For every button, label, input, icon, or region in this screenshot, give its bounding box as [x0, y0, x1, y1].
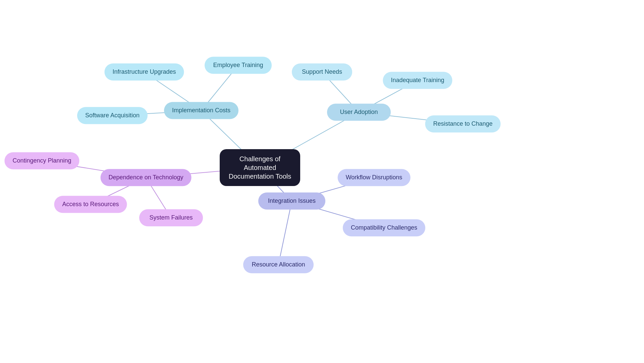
dependence-on-technology-label: Dependence on Technology: [101, 169, 192, 186]
system-failures-label: System Failures: [141, 209, 201, 226]
support-needs-label: Support Needs: [294, 63, 350, 80]
contingency-planning-node[interactable]: Contingency Planning: [4, 152, 79, 169]
access-to-resources-label: Access to Resources: [54, 196, 127, 213]
user-adoption-label: User Adoption: [332, 104, 386, 121]
implementation-costs-node[interactable]: Implementation Costs: [164, 102, 238, 119]
workflow-disruptions-label: Workflow Disruptions: [338, 169, 411, 186]
integration-issues-label: Integration Issues: [260, 192, 324, 209]
resistance-to-change-node[interactable]: Resistance to Change: [425, 115, 500, 132]
compatibility-challenges-node[interactable]: Compatibility Challenges: [343, 219, 425, 236]
compatibility-challenges-label: Compatibility Challenges: [343, 219, 425, 236]
system-failures-node[interactable]: System Failures: [139, 209, 203, 226]
dependence-on-technology-node[interactable]: Dependence on Technology: [101, 169, 192, 186]
inadequate-training-label: Inadequate Training: [383, 72, 452, 89]
implementation-costs-label: Implementation Costs: [164, 102, 238, 119]
contingency-planning-label: Contingency Planning: [4, 152, 79, 169]
center-node[interactable]: Challenges of Automated Documentation To…: [220, 149, 300, 186]
infrastructure-upgrades-label: Infrastructure Upgrades: [104, 63, 184, 80]
employee-training-node[interactable]: Employee Training: [205, 57, 272, 74]
svg-line-15: [278, 201, 292, 265]
inadequate-training-node[interactable]: Inadequate Training: [383, 72, 452, 89]
access-to-resources-node[interactable]: Access to Resources: [54, 196, 127, 213]
support-needs-node[interactable]: Support Needs: [292, 63, 352, 80]
user-adoption-node[interactable]: User Adoption: [327, 104, 391, 121]
employee-training-label: Employee Training: [205, 57, 271, 74]
infrastructure-upgrades-node[interactable]: Infrastructure Upgrades: [104, 63, 184, 80]
resource-allocation-node[interactable]: Resource Allocation: [243, 256, 314, 273]
center-label: Challenges of Automated Documentation To…: [220, 150, 300, 185]
software-acquisition-label: Software Acquisition: [77, 107, 148, 124]
resistance-to-change-label: Resistance to Change: [425, 115, 500, 132]
resource-allocation-label: Resource Allocation: [244, 256, 313, 273]
workflow-disruptions-node[interactable]: Workflow Disruptions: [338, 169, 411, 186]
integration-issues-node[interactable]: Integration Issues: [258, 192, 325, 209]
software-acquisition-node[interactable]: Software Acquisition: [77, 107, 148, 124]
